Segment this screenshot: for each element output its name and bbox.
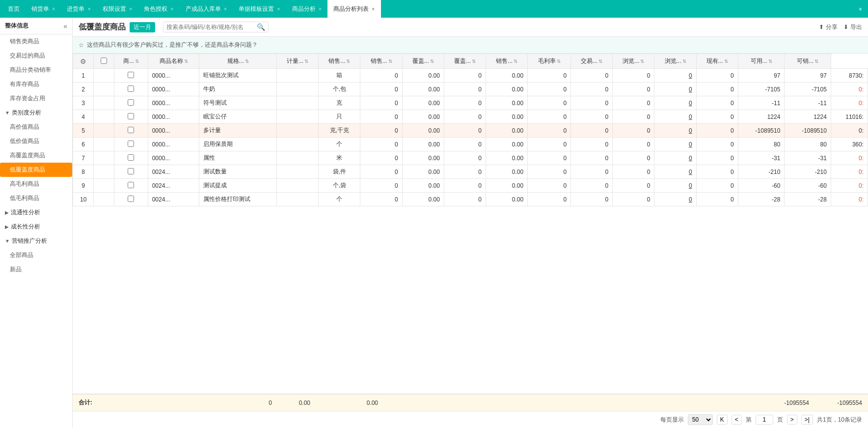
row-checkbox[interactable] bbox=[128, 154, 134, 161]
close-analysis-list-tab[interactable]: × bbox=[372, 6, 375, 12]
sidebar-item-high-coverage[interactable]: 高覆盖度商品 bbox=[0, 148, 72, 163]
close-all-button[interactable]: × bbox=[853, 4, 868, 13]
browse1-cell[interactable]: 0 bbox=[654, 110, 696, 124]
table-row[interactable]: 4 0000... 眠宝公仔 只 0 0.00 0 0.00 0 0 0 0 0… bbox=[73, 110, 868, 124]
checkbox-cell[interactable] bbox=[114, 151, 148, 165]
data-table-container[interactable]: ⚙ 商...⇅ 商品名称⇅ 规格...⇅ 计量...⇅ 销售...⇅ 销售...… bbox=[73, 54, 868, 394]
nav-tab-template[interactable]: 单据模板设置 × bbox=[233, 0, 286, 18]
available-column-header[interactable]: 可用...⇅ bbox=[738, 54, 785, 69]
browse1-cell[interactable]: 0 bbox=[654, 151, 696, 165]
spec-column-header[interactable]: 规格...⇅ bbox=[199, 54, 277, 69]
table-row[interactable]: 2 0000... 牛奶 个,包 0 0.00 0 0.00 0 0 0 0 0… bbox=[73, 83, 868, 96]
row-checkbox[interactable] bbox=[128, 196, 134, 202]
sidebar-item-sales-goods[interactable]: 销售类商品 bbox=[0, 34, 72, 49]
coverage2-column-header[interactable]: 覆盖...⇅ bbox=[444, 54, 486, 69]
search-icon[interactable]: 🔍 bbox=[257, 23, 265, 31]
export-button[interactable]: ⬇ 导出 bbox=[843, 23, 862, 31]
checkbox-cell[interactable] bbox=[114, 83, 148, 96]
current-stock-column-header[interactable]: 现有...⇅ bbox=[696, 54, 738, 69]
coverage1-column-header[interactable]: 覆盖...⇅ bbox=[402, 54, 444, 69]
row-checkbox[interactable] bbox=[128, 141, 134, 147]
browse1-cell[interactable]: 0 bbox=[654, 69, 696, 83]
sidebar-group-marketing[interactable]: ▼ 营销推广分析 bbox=[0, 234, 72, 248]
browse2-column-header[interactable]: 浏览...⇅ bbox=[654, 54, 696, 69]
last-page-button[interactable]: >| bbox=[801, 415, 813, 425]
sidebar-item-high-value[interactable]: 高价值商品 bbox=[0, 120, 72, 134]
settings-column-header[interactable]: ⚙ bbox=[73, 54, 94, 69]
share-button[interactable]: ⬆ 分享 bbox=[819, 23, 838, 31]
sidebar-item-category-turnover[interactable]: 商品分类动销率 bbox=[0, 63, 72, 77]
table-row[interactable]: 5 0000... 多计量 克,千克 0 0.00 0 0.00 0 0 0 0… bbox=[73, 124, 868, 138]
sidebar-item-high-margin[interactable]: 高毛利商品 bbox=[0, 177, 72, 191]
checkbox-column-header[interactable] bbox=[94, 54, 114, 69]
nav-tab-purchase[interactable]: 进货单 × bbox=[61, 0, 96, 18]
close-sales-tab[interactable]: × bbox=[52, 6, 55, 12]
table-row[interactable]: 10 0024... 属性价格打印测试 个 0 0.00 0 0.00 0 0 … bbox=[73, 193, 868, 206]
gross-margin-column-header[interactable]: 毛利率⇅ bbox=[528, 54, 571, 69]
close-production-tab[interactable]: × bbox=[224, 6, 227, 12]
nav-tab-home[interactable]: 首页 bbox=[2, 0, 26, 18]
sales3-column-header[interactable]: 销售...⇅ bbox=[486, 54, 527, 69]
nav-tab-production[interactable]: 产成品入库单 × bbox=[180, 0, 233, 18]
nav-tab-sales[interactable]: 销货单 × bbox=[26, 0, 61, 18]
sidebar-item-stock-capital[interactable]: 库存资金占用 bbox=[0, 91, 72, 106]
browse1-cell[interactable]: 0 bbox=[654, 165, 696, 179]
browse1-cell[interactable]: 0 bbox=[654, 96, 696, 110]
unit-column-header[interactable]: 计量...⇅ bbox=[277, 54, 319, 69]
row-checkbox[interactable] bbox=[128, 86, 134, 92]
checkbox-cell[interactable] bbox=[114, 165, 148, 179]
row-checkbox[interactable] bbox=[128, 113, 134, 119]
table-row[interactable]: 9 0024... 测试提成 个,袋 0 0.00 0 0.00 0 0 0 0… bbox=[73, 179, 868, 193]
first-page-button[interactable]: K bbox=[717, 415, 728, 425]
browse1-cell[interactable]: 0 bbox=[654, 124, 696, 138]
checkbox-cell[interactable] bbox=[114, 69, 148, 83]
sidebar-item-traded-goods[interactable]: 交易过的商品 bbox=[0, 49, 72, 63]
table-row[interactable]: 3 0000... 符号测试 克 0 0.00 0 0.00 0 0 0 0 0… bbox=[73, 96, 868, 110]
checkbox-cell[interactable] bbox=[114, 138, 148, 151]
checkbox-cell[interactable] bbox=[114, 124, 148, 138]
sales-amt-column-header[interactable]: 销售...⇅ bbox=[360, 54, 402, 69]
sidebar-item-all-goods[interactable]: 全部商品 bbox=[0, 248, 72, 262]
table-row[interactable]: 7 0000... 属性 米 0 0.00 0 0.00 0 0 0 0 0 -… bbox=[73, 151, 868, 165]
sidebar-collapse-button[interactable]: « bbox=[63, 22, 67, 30]
close-roles-tab[interactable]: × bbox=[170, 6, 173, 12]
prev-page-button[interactable]: < bbox=[732, 415, 742, 425]
sellable-column-header[interactable]: 可销...⇅ bbox=[785, 54, 831, 69]
sidebar-item-new-goods[interactable]: 新品 bbox=[0, 262, 72, 277]
table-row[interactable]: 8 0024... 测试数量 袋,件 0 0.00 0 0.00 0 0 0 0… bbox=[73, 165, 868, 179]
sidebar-group-category-analysis[interactable]: ▼ 类别度分析 bbox=[0, 106, 72, 120]
table-row[interactable]: 1 0000... 旺铺批次测试 箱 0 0.00 0 0.00 0 0 0 0… bbox=[73, 69, 868, 83]
sidebar-item-low-value[interactable]: 低价值商品 bbox=[0, 134, 72, 148]
select-all-checkbox[interactable] bbox=[101, 57, 107, 64]
browse1-column-header[interactable]: 浏览...⇅ bbox=[613, 54, 654, 69]
sidebar-item-low-coverage[interactable]: 低覆盖度商品 bbox=[0, 163, 72, 177]
page-number-input[interactable] bbox=[756, 415, 773, 425]
browse1-cell[interactable]: 0 bbox=[654, 193, 696, 206]
sidebar-group-liquidity[interactable]: ▶ 流通性分析 bbox=[0, 205, 72, 220]
nav-tab-analysis-list[interactable]: 商品分析列表 × bbox=[327, 0, 380, 18]
close-template-tab[interactable]: × bbox=[277, 6, 280, 12]
name-column-header[interactable]: 商品名称⇅ bbox=[148, 54, 199, 69]
checkbox-cell[interactable] bbox=[114, 96, 148, 110]
browse1-cell[interactable]: 0 bbox=[654, 83, 696, 96]
checkbox-cell[interactable] bbox=[114, 193, 148, 206]
close-permissions-tab[interactable]: × bbox=[129, 6, 132, 12]
time-filter-button[interactable]: 近一月 bbox=[130, 22, 155, 32]
sidebar-item-low-margin[interactable]: 低毛利商品 bbox=[0, 191, 72, 205]
checkbox-cell[interactable] bbox=[114, 110, 148, 124]
search-input[interactable] bbox=[166, 24, 255, 30]
browse1-cell[interactable]: 0 bbox=[654, 138, 696, 151]
close-analysis-tab[interactable]: × bbox=[319, 6, 322, 12]
table-row[interactable]: 6 0000... 启用保质期 个 0 0.00 0 0.00 0 0 0 0 … bbox=[73, 138, 868, 151]
nav-tab-roles[interactable]: 角色授权 × bbox=[138, 0, 179, 18]
row-checkbox[interactable] bbox=[128, 72, 134, 78]
row-checkbox[interactable] bbox=[128, 127, 134, 133]
row-checkbox[interactable] bbox=[128, 168, 134, 174]
trade-column-header[interactable]: 交易...⇅ bbox=[571, 54, 613, 69]
page-size-select[interactable]: 50 100 200 bbox=[688, 414, 713, 425]
nav-tab-analysis[interactable]: 商品分析 × bbox=[286, 0, 327, 18]
sidebar-group-growth[interactable]: ▶ 成长性分析 bbox=[0, 220, 72, 234]
next-page-button[interactable]: > bbox=[787, 415, 797, 425]
row-checkbox[interactable] bbox=[128, 99, 134, 106]
sales-qty-column-header[interactable]: 销售...⇅ bbox=[319, 54, 360, 69]
